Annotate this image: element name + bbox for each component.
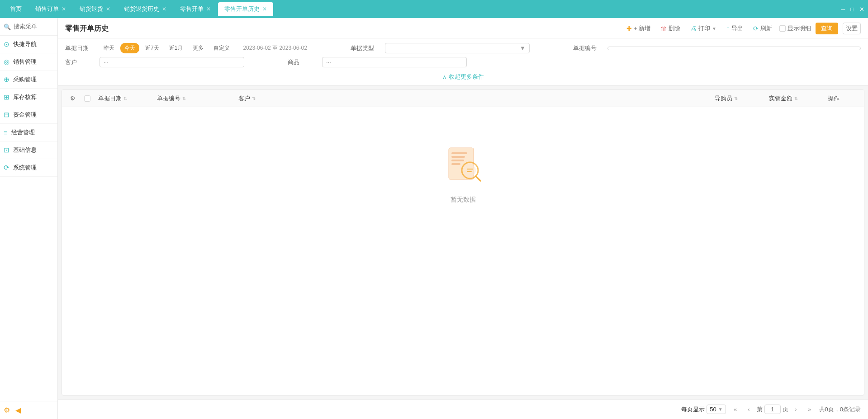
th-amount-label: 实销金额 <box>769 94 792 103</box>
print-button[interactable]: 🖨 打印 ▼ <box>688 23 719 34</box>
sidebar-item-quick-nav[interactable]: ⊙ 快捷导航 <box>0 36 57 53</box>
th-customer-sort: ⇅ <box>252 96 256 101</box>
sidebar-item-finance[interactable]: ⊟ 资金管理 <box>0 106 57 124</box>
tab-retail-open-history[interactable]: 零售开单历史 ✕ <box>218 2 273 16</box>
page-size-arrow: ▼ <box>718 407 723 412</box>
bill-number-label: 单据编号 <box>573 44 600 52</box>
more-btn[interactable]: 更多 <box>189 43 208 53</box>
bill-number-input[interactable] <box>607 47 861 50</box>
tab-retail-open-history-close[interactable]: ✕ <box>262 6 267 12</box>
page-size-dropdown[interactable]: 50 ▼ <box>707 405 726 414</box>
basic-info-icon: ⊡ <box>4 146 9 154</box>
window-maximize[interactable]: □ <box>850 6 854 13</box>
page-title: 零售开单历史 <box>65 24 109 33</box>
collapse-label: 收起更多条件 <box>449 73 484 81</box>
display-cols-toggle[interactable]: 显示明细 <box>779 24 811 33</box>
print-label: 打印 <box>698 24 710 33</box>
inventory-icon: ⊞ <box>4 93 9 101</box>
tab-sales-return-history-close[interactable]: ✕ <box>162 6 166 12</box>
sidebar-item-operations[interactable]: ≡ 经营管理 <box>0 124 57 141</box>
empty-state: 暂无数据 <box>62 107 864 240</box>
delete-icon: 🗑 <box>660 25 667 32</box>
print-dropdown-icon: ▼ <box>712 26 716 31</box>
pagination: 每页显示 50 ▼ « ‹ 第 1 页 › <box>58 399 868 419</box>
settings-label: 设置 <box>846 24 858 33</box>
tab-sales-order[interactable]: 销售订单 ✕ <box>29 2 72 16</box>
prev-page-icon: ‹ <box>748 406 749 413</box>
export-button[interactable]: ↑ 导出 <box>724 23 746 34</box>
sidebar-item-sales-mgmt[interactable]: ◎ 销售管理 <box>0 53 57 71</box>
th-customer[interactable]: 客户 ⇅ <box>235 94 711 103</box>
bill-type-label: 单据类型 <box>351 44 378 52</box>
last1month-btn[interactable]: 近1月 <box>165 43 187 53</box>
tab-sales-return[interactable]: 销货退货 ✕ <box>73 2 117 16</box>
pages-label: 页 <box>783 405 788 414</box>
query-button[interactable]: 查询 <box>816 23 838 34</box>
operations-icon: ≡ <box>4 129 8 137</box>
next-page-icon: › <box>795 406 797 413</box>
sidebar-search[interactable]: 🔍 搜索采单 <box>0 18 57 36</box>
tab-sales-return-history-label: 销货退货历史 <box>124 5 159 13</box>
sidebar: 🔍 搜索采单 ⊙ 快捷导航 ◎ 销售管理 ⊕ 采购管理 ⊞ 库存核算 ⊟ 资金管… <box>0 18 58 419</box>
tab-sales-order-label: 销售订单 <box>35 5 59 13</box>
add-label: + 新增 <box>634 24 650 33</box>
th-number-sort: ⇅ <box>182 96 186 101</box>
th-guide[interactable]: 导购员 ⇅ <box>711 94 765 103</box>
window-close[interactable]: ✕ <box>859 6 864 13</box>
goods-input[interactable]: ··· <box>322 57 467 67</box>
refresh-button[interactable]: ⟳ 刷新 <box>750 23 775 34</box>
tab-sales-order-close[interactable]: ✕ <box>62 6 66 12</box>
today-btn[interactable]: 今天 <box>120 43 139 53</box>
bill-type-select[interactable]: ▼ <box>385 43 530 53</box>
query-label: 查询 <box>821 24 833 33</box>
th-number[interactable]: 单据编号 ⇅ <box>153 94 235 103</box>
goods-filter-label: 商品 <box>288 58 315 66</box>
th-customer-label: 客户 <box>238 94 250 103</box>
last7days-btn[interactable]: 近7天 <box>141 43 163 53</box>
customer-input[interactable]: ··· <box>100 57 244 67</box>
svg-rect-4 <box>451 163 460 165</box>
first-page-icon: « <box>734 406 737 413</box>
add-icon: ✚ <box>626 25 632 32</box>
current-page-label: 第 <box>757 405 763 414</box>
yesterday-btn[interactable]: 昨天 <box>100 43 119 53</box>
sidebar-item-system[interactable]: ⟳ 系统管理 <box>0 159 57 177</box>
customer-filter-label: 客户 <box>65 58 92 66</box>
purchase-mgmt-icon: ⊕ <box>4 75 9 84</box>
custom-btn[interactable]: 自定义 <box>209 43 234 53</box>
first-page-btn[interactable]: « <box>730 404 741 415</box>
select-all-checkbox[interactable] <box>80 95 95 102</box>
th-amount[interactable]: 实销金额 ⇅ <box>765 94 824 103</box>
tab-sales-return-close[interactable]: ✕ <box>106 6 110 12</box>
display-cols-checkbox <box>779 25 786 32</box>
tab-sales-return-history[interactable]: 销货退货历史 ✕ <box>118 2 173 16</box>
settings-icon[interactable]: ⚙ <box>4 406 10 414</box>
finance-icon: ⊟ <box>4 111 9 119</box>
last-page-btn[interactable]: » <box>804 404 816 415</box>
settings-button[interactable]: 设置 <box>843 23 861 34</box>
sidebar-item-basic-info[interactable]: ⊡ 基础信息 <box>0 141 57 159</box>
collapse-sidebar-icon[interactable]: ◀ <box>15 406 21 414</box>
tab-retail-open[interactable]: 零售开单 ✕ <box>174 2 217 16</box>
th-date[interactable]: 单据日期 ⇅ <box>95 94 153 103</box>
filter-row-2: 客户 ··· 商品 ··· <box>65 57 861 67</box>
sidebar-item-purchase-mgmt[interactable]: ⊕ 采购管理 <box>0 71 57 89</box>
display-cols-label: 显示明细 <box>787 24 811 33</box>
per-page-label: 每页显示 <box>681 405 705 414</box>
delete-button[interactable]: 🗑 删除 <box>658 23 683 34</box>
add-button[interactable]: ✚ + 新增 <box>624 23 653 34</box>
tab-home[interactable]: 首页 <box>4 2 28 16</box>
sidebar-item-system-label: 系统管理 <box>13 164 37 172</box>
svg-line-7 <box>476 176 480 181</box>
th-action: 操作 <box>824 94 860 103</box>
page-number-input[interactable]: 1 <box>764 405 781 414</box>
tab-list: 首页 销售订单 ✕ 销货退货 ✕ 销货退货历史 ✕ 零售开单 ✕ 零售开单历史 … <box>4 2 841 16</box>
tab-retail-open-close[interactable]: ✕ <box>206 6 211 12</box>
prev-page-btn[interactable]: ‹ <box>743 404 755 415</box>
system-icon: ⟳ <box>4 164 9 172</box>
column-settings-btn[interactable]: ⚙ <box>66 95 80 102</box>
next-page-btn[interactable]: › <box>790 404 802 415</box>
window-minimize[interactable]: ─ <box>841 6 845 13</box>
sidebar-item-inventory[interactable]: ⊞ 库存核算 <box>0 89 57 106</box>
collapse-filter-btn[interactable]: ∧ 收起更多条件 <box>65 71 861 83</box>
